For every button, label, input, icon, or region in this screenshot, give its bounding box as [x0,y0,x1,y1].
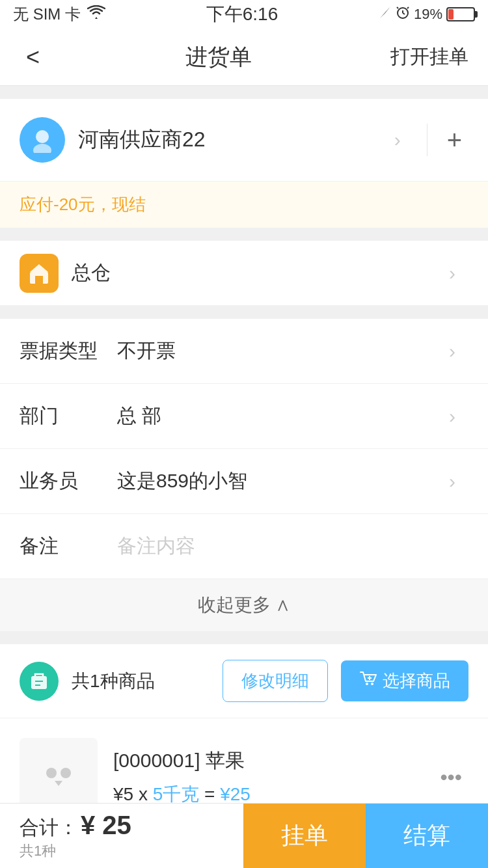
department-label: 部门 [20,403,111,429]
product-count-text: 共1种商品 [72,669,210,694]
svg-rect-11 [31,676,47,689]
svg-marker-9 [30,264,48,272]
department-chevron: › [449,405,455,427]
footer: 合计： ¥ 25 共1种 挂单 结算 [0,803,488,868]
invoice-type-chevron: › [449,340,455,362]
page-title: 进货单 [185,42,252,72]
supplier-avatar [20,117,65,163]
remark-row[interactable]: 备注 备注内容 [0,514,488,579]
warehouse-chevron-icon: › [449,262,455,284]
remark-label: 备注 [20,533,111,560]
footer-total: 合计： ¥ 25 共1种 [0,804,243,868]
salesperson-row[interactable]: 业务员 这是859的小智 › [0,449,488,514]
back-button[interactable]: < [20,37,46,77]
supplier-name: 河南供应商22 [78,126,394,154]
open-pending-button[interactable]: 打开挂单 [390,44,468,70]
product-code: [0000001] [113,750,200,771]
supplier-chevron-icon: › [394,129,401,151]
edit-detail-button[interactable]: 修改明细 [223,660,328,702]
collapse-label: 收起更多 ∧ [198,593,291,617]
alarm-icon [396,5,410,23]
product-details: [0000001] 苹果 ¥5 x 5千克 = ¥25 [113,748,418,807]
supplier-card: 河南供应商22 › + 应付-20元，现结 [0,99,488,228]
battery-icon [446,7,475,21]
form-card: 票据类型 不开票 › 部门 总 部 › 业务员 这是859的小智 › 备注 备注… [0,319,488,579]
notice-bar: 应付-20元，现结 [0,182,488,228]
gps-icon [379,5,392,23]
svg-point-7 [33,144,51,153]
status-right: 19% [379,5,475,23]
nav-bar: < 进货单 打开挂单 [0,29,488,86]
warehouse-row[interactable]: 总仓 › [0,241,488,306]
select-product-button[interactable]: 选择商品 [341,660,468,701]
checkout-button[interactable]: 结算 [366,804,488,868]
select-product-label: 选择商品 [383,670,450,692]
supplier-row[interactable]: 河南供应商22 › + [0,99,488,182]
add-supplier-button[interactable]: + [441,126,468,155]
warehouse-card: 总仓 › [0,241,488,306]
equals-symbol: = [204,784,220,804]
divider [427,124,427,156]
svg-point-15 [371,683,373,685]
multiply-symbol: x [139,784,153,804]
hang-button[interactable]: 挂单 [243,804,366,868]
more-dots-icon: ••• [440,765,462,789]
carrier-text: 无 SIM 卡 [13,4,81,25]
total-sub: 共1种 [20,841,224,861]
wifi-icon [87,5,105,23]
svg-line-5 [407,7,409,8]
svg-point-6 [36,130,49,143]
total-label: 合计： [20,815,78,841]
owl-logo [33,751,85,803]
svg-marker-0 [380,7,390,18]
invoice-type-label: 票据类型 [20,338,111,364]
department-value: 总 部 [111,403,449,429]
status-left: 无 SIM 卡 [13,4,105,25]
svg-line-4 [397,7,398,8]
total-amount: ¥ 25 [81,811,131,840]
quantity: 5千克 [153,784,200,804]
cart-icon [359,670,377,692]
unit-price: ¥5 [113,784,133,804]
salesperson-value: 这是859的小智 [111,468,449,495]
svg-point-14 [366,683,368,685]
hang-label: 挂单 [281,820,328,852]
salesperson-label: 业务员 [20,468,111,495]
battery-percentage: 19% [414,6,442,23]
status-time: 下午6:16 [206,2,278,27]
remark-input[interactable]: 备注内容 [111,533,468,560]
warehouse-name: 总仓 [72,260,449,286]
salesperson-chevron: › [449,470,455,493]
line-total: ¥25 [220,784,251,804]
svg-line-3 [403,13,405,14]
product-more-button[interactable]: ••• [433,759,468,796]
gap-4 [0,631,488,644]
product-header: 共1种商品 修改明细 选择商品 [0,644,488,718]
svg-rect-10 [35,276,43,284]
status-bar: 无 SIM 卡 下午6:16 19% [0,0,488,29]
collapse-toggle[interactable]: 收起更多 ∧ [0,579,488,631]
product-name: [0000001] 苹果 [113,748,418,774]
department-row[interactable]: 部门 总 部 › [0,384,488,449]
invoice-type-value: 不开票 [111,338,449,364]
gap-2 [0,228,488,241]
gap-1 [0,86,488,99]
warehouse-icon [20,254,59,293]
product-section-icon [20,662,59,701]
invoice-type-row[interactable]: 票据类型 不开票 › [0,319,488,384]
gap-3 [0,306,488,319]
product-title: 苹果 [206,750,245,771]
checkout-label: 结算 [403,820,450,852]
